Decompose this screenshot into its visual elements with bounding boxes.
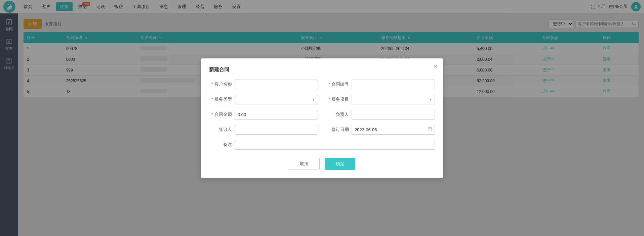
modal-close-button[interactable]: ✕: [433, 63, 438, 69]
form-row-3: 合同金额 负责人: [209, 110, 435, 120]
new-contract-modal: ✕ 新建合同 客户名称 合同编号 服务类型: [201, 58, 443, 178]
date-wrap-sign-date: [352, 125, 435, 135]
input-signer[interactable]: [235, 125, 318, 135]
field-service-type: 服务类型: [209, 95, 318, 104]
form-row-5: 备注: [209, 140, 435, 150]
calendar-icon[interactable]: [428, 127, 432, 133]
modal-title: 新建合同: [209, 66, 435, 73]
label-contract-amount: 合同金额: [209, 111, 232, 117]
label-service-type: 服务类型: [209, 96, 232, 102]
select-wrap-service-type: [235, 95, 318, 104]
input-contract-amount[interactable]: [235, 110, 318, 120]
confirm-button[interactable]: 确定: [325, 158, 355, 170]
input-sign-date[interactable]: [352, 125, 435, 135]
field-signer: 签订人: [209, 125, 318, 135]
label-client-name: 客户名称: [209, 81, 232, 87]
form-row-2: 服务类型 服务项目: [209, 95, 435, 104]
input-remark[interactable]: [235, 140, 435, 150]
field-service-item: 服务项目: [326, 95, 435, 104]
label-service-item: 服务项目: [326, 96, 349, 102]
select-service-item[interactable]: [352, 95, 435, 104]
select-wrap-service-item: [352, 95, 435, 104]
input-contract-no[interactable]: [352, 80, 435, 89]
field-contract-amount: 合同金额: [209, 110, 318, 120]
label-contract-no: 合同编号: [326, 81, 349, 87]
input-responsible-person[interactable]: [352, 110, 435, 120]
field-remark: 备注: [209, 140, 435, 150]
input-client-name[interactable]: [235, 80, 318, 89]
select-service-type[interactable]: [235, 95, 318, 104]
field-contract-no: 合同编号: [326, 80, 435, 89]
form-row-1: 客户名称 合同编号: [209, 80, 435, 89]
form-row-4: 签订人 签订日期: [209, 125, 435, 135]
label-signer: 签订人: [209, 127, 232, 133]
modal-footer: 取消 确定: [209, 158, 435, 170]
field-responsible-person: 负责人: [326, 110, 435, 120]
label-responsible-person: 负责人: [326, 111, 349, 117]
field-client-name: 客户名称: [209, 80, 318, 89]
svg-rect-15: [428, 128, 432, 131]
field-sign-date: 签订日期: [326, 125, 435, 135]
label-sign-date: 签订日期: [326, 127, 349, 133]
label-remark: 备注: [209, 142, 232, 148]
modal-overlay[interactable]: ✕ 新建合同 客户名称 合同编号 服务类型: [0, 0, 644, 236]
cancel-button[interactable]: 取消: [289, 158, 320, 170]
